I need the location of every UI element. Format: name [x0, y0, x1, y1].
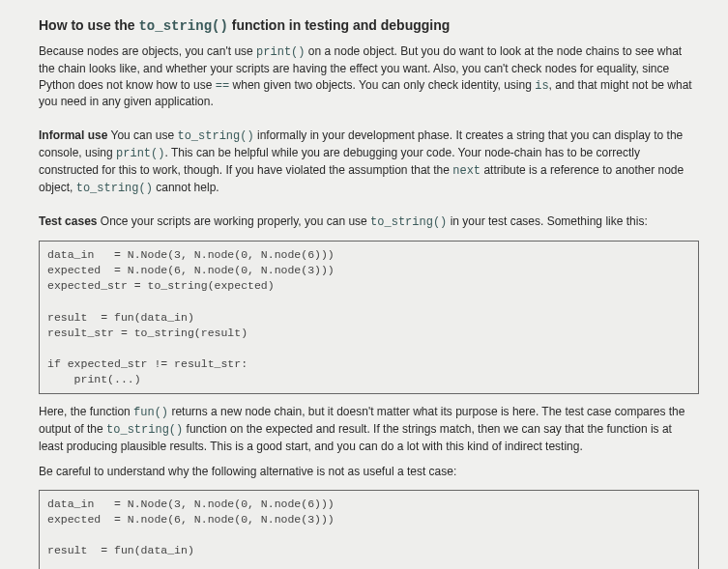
p2-e: cannot help. — [153, 181, 219, 194]
print-code: print() — [256, 45, 305, 59]
paragraph-informal: Informal use You can use to_string() inf… — [39, 128, 699, 196]
p3-a: Once your scripts are working properly, … — [98, 214, 371, 228]
title-code: to_string() — [138, 18, 227, 34]
tostring-code-1: to_string() — [177, 129, 253, 143]
code-block-1: data_in = N.Node(3, N.node(0, N.node(6))… — [39, 241, 699, 394]
title-post: function in testing and debugging — [228, 17, 450, 33]
p3-b: in your test cases. Something like this: — [447, 214, 647, 228]
tostring-code-3: to_string() — [370, 215, 447, 229]
is-code: is — [535, 79, 548, 93]
p1-c: when given two objects. You can only che… — [229, 78, 535, 92]
paragraph-intro: Because nodes are objects, you can't use… — [39, 43, 699, 110]
paragraph-becareful: Be careful to understand why the followi… — [39, 464, 699, 480]
paragraph-testcases: Test cases Once your scripts are working… — [39, 213, 699, 231]
title-pre: How to use the — [39, 17, 138, 33]
page-title: How to use the to_string() function in t… — [39, 17, 699, 34]
p4-a: Here, the function — [39, 405, 133, 418]
eq-code: == — [216, 79, 229, 93]
print-code-2: print() — [116, 147, 164, 160]
tostring-code-4: to_string() — [106, 423, 183, 437]
informal-label: Informal use — [39, 128, 107, 142]
p1-a: Because nodes are objects, you can't use — [39, 44, 256, 58]
tostring-code-2: to_string() — [76, 182, 153, 195]
paragraph-here: Here, the function fun() returns a new n… — [39, 404, 699, 454]
fun-code: fun() — [133, 406, 168, 419]
next-code: next — [452, 164, 480, 178]
p2-a: You can use — [107, 128, 177, 142]
code-block-2: data_in = N.Node(3, N.node(0, N.node(6))… — [39, 490, 699, 569]
testcases-label: Test cases — [39, 214, 98, 228]
